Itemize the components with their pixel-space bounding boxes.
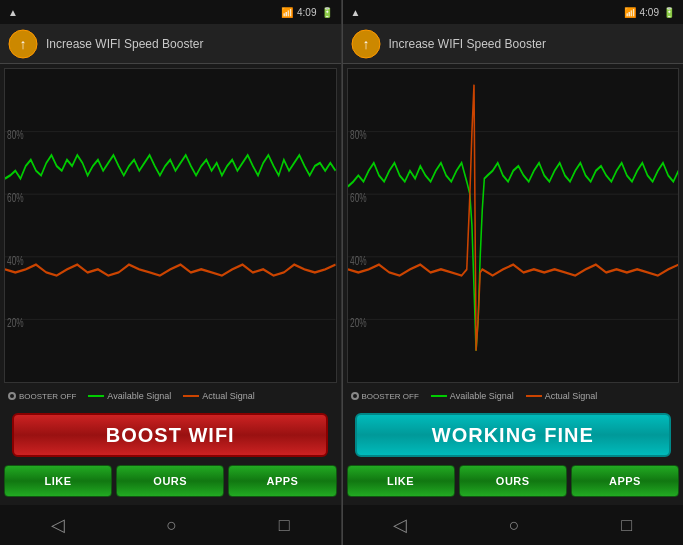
svg-text:20%: 20% — [7, 315, 24, 329]
back-button-right[interactable]: ◁ — [393, 514, 407, 536]
main-button-row-left: BOOST WIFI — [0, 405, 341, 465]
ours-button-right[interactable]: OURS — [459, 465, 567, 497]
chart-svg-right: 80% 60% 40% 20% — [348, 69, 679, 382]
battery-right: 🔋 — [663, 7, 675, 18]
app-header-left: ↑ Increase WIFI Speed Booster — [0, 24, 341, 64]
app-header-right: ↑ Increase WIFI Speed Booster — [343, 24, 684, 64]
booster-indicator-left — [8, 392, 16, 400]
svg-text:↑: ↑ — [20, 36, 27, 52]
available-label-right: Available Signal — [450, 391, 514, 401]
screens-container: ▲ 📶 4:09 🔋 ↑ Increase WIFI Speed Booster — [0, 0, 683, 545]
home-button-left[interactable]: ○ — [166, 515, 177, 536]
wifi-icon-left: ▲ — [8, 7, 18, 18]
status-bar-right: ▲ 📶 4:09 🔋 — [343, 0, 684, 24]
available-signal-icon-left — [88, 395, 104, 397]
app-logo-right: ↑ — [351, 29, 381, 59]
svg-text:20%: 20% — [350, 315, 367, 329]
nav-bar-right: ◁ ○ □ — [343, 505, 684, 545]
like-button-right[interactable]: LIKE — [347, 465, 455, 497]
boost-wifi-button[interactable]: BOOST WIFI — [12, 413, 328, 457]
app-title-right: Increase WIFI Speed Booster — [389, 37, 546, 51]
svg-rect-13 — [348, 69, 679, 382]
main-button-row-right: WORKING FINE — [343, 405, 684, 465]
chart-svg-left: 80% 60% 40% 20% — [5, 69, 336, 382]
chart-area-left: 80% 60% 40% 20% — [4, 68, 337, 383]
actual-label-left: Actual Signal — [202, 391, 255, 401]
svg-text:↑: ↑ — [362, 36, 369, 52]
svg-text:80%: 80% — [7, 128, 24, 142]
svg-text:40%: 40% — [7, 253, 24, 267]
wifi-signal-left: 📶 — [281, 7, 293, 18]
svg-rect-2 — [5, 69, 336, 382]
recents-button-left[interactable]: □ — [279, 515, 290, 536]
right-screen: ▲ 📶 4:09 🔋 ↑ Increase WIFI Speed Booster — [343, 0, 684, 545]
like-button-left[interactable]: LIKE — [4, 465, 112, 497]
svg-text:80%: 80% — [350, 128, 367, 142]
actual-signal-icon-right — [526, 395, 542, 397]
chart-area-right: 80% 60% 40% 20% — [347, 68, 680, 383]
legend-left: BOOSTER OFF Available Signal Actual Sign… — [0, 387, 341, 405]
booster-label-left: BOOSTER OFF — [19, 392, 76, 401]
wifi-icon-right: ▲ — [351, 7, 361, 18]
app-logo-left: ↑ — [8, 29, 38, 59]
home-button-right[interactable]: ○ — [509, 515, 520, 536]
available-signal-icon-right — [431, 395, 447, 397]
svg-text:60%: 60% — [7, 190, 24, 204]
available-label-left: Available Signal — [107, 391, 171, 401]
apps-button-left[interactable]: APPS — [228, 465, 336, 497]
recents-button-right[interactable]: □ — [621, 515, 632, 536]
svg-text:60%: 60% — [350, 190, 367, 204]
battery-left: 🔋 — [321, 7, 333, 18]
apps-button-right[interactable]: APPS — [571, 465, 679, 497]
legend-right: BOOSTER OFF Available Signal Actual Sign… — [343, 387, 684, 405]
back-button-left[interactable]: ◁ — [51, 514, 65, 536]
actual-signal-icon-left — [183, 395, 199, 397]
nav-bar-left: ◁ ○ □ — [0, 505, 341, 545]
time-left: 4:09 — [297, 7, 316, 18]
actual-label-right: Actual Signal — [545, 391, 598, 401]
booster-indicator-right — [351, 392, 359, 400]
svg-text:40%: 40% — [350, 253, 367, 267]
sub-buttons-left: LIKE OURS APPS — [0, 465, 341, 505]
booster-label-right: BOOSTER OFF — [362, 392, 419, 401]
ours-button-left[interactable]: OURS — [116, 465, 224, 497]
left-screen: ▲ 📶 4:09 🔋 ↑ Increase WIFI Speed Booster — [0, 0, 342, 545]
wifi-signal-right: 📶 — [624, 7, 636, 18]
working-fine-button[interactable]: WORKING FINE — [355, 413, 671, 457]
time-right: 4:09 — [640, 7, 659, 18]
app-title-left: Increase WIFI Speed Booster — [46, 37, 203, 51]
status-bar-left: ▲ 📶 4:09 🔋 — [0, 0, 341, 24]
sub-buttons-right: LIKE OURS APPS — [343, 465, 684, 505]
